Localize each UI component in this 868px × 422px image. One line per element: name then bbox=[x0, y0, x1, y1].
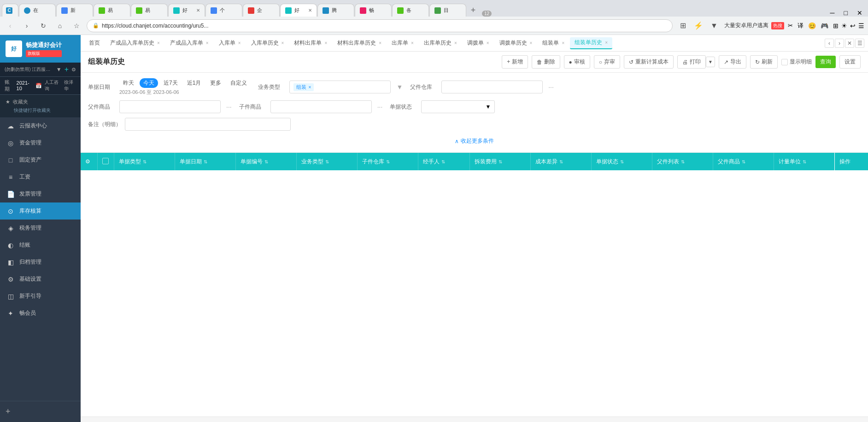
tab-material-out[interactable]: 材料出库单 × bbox=[289, 37, 332, 49]
sidebar-item-basic[interactable]: ⚙ 基础设置 bbox=[0, 271, 81, 288]
tab-close-5[interactable]: ✕ bbox=[196, 8, 200, 13]
parent-goods-more[interactable]: ··· bbox=[226, 103, 232, 110]
refresh-button[interactable]: ↻ 刷新 bbox=[750, 55, 778, 69]
horizontal-scrollbar[interactable] bbox=[81, 416, 868, 422]
tab-produce-in[interactable]: 产成品入库单 × bbox=[165, 37, 213, 49]
tab-close-material-out[interactable]: × bbox=[324, 40, 327, 46]
dropdown-icon[interactable]: ▼ bbox=[708, 19, 721, 32]
tab-t11[interactable]: 各 bbox=[392, 4, 429, 17]
column-settings-icon[interactable]: ⚙ bbox=[85, 158, 90, 165]
tab-t12[interactable]: 目 bbox=[429, 4, 466, 17]
sort-icon-cost-diff[interactable]: ⇅ bbox=[559, 159, 563, 164]
settings-btn[interactable]: 设置 bbox=[839, 55, 861, 69]
tab-t7[interactable]: 企 bbox=[243, 4, 280, 17]
undo-icon[interactable]: ↩ bbox=[850, 22, 856, 29]
add-button[interactable]: + 新增 bbox=[502, 55, 528, 69]
help-btn[interactable]: 人工咨询 bbox=[45, 79, 61, 92]
tab-home[interactable]: 首页 bbox=[84, 37, 105, 49]
tab-close-in-history[interactable]: × bbox=[282, 40, 284, 46]
th-check[interactable] bbox=[97, 153, 114, 170]
sidebar-item-fund[interactable]: ◎ 资金管理 bbox=[0, 134, 81, 151]
sidebar-item-salary[interactable]: ≡ 工资 bbox=[0, 168, 81, 185]
parent-warehouse-more[interactable]: ··· bbox=[548, 83, 554, 91]
tab-close-in-order[interactable]: × bbox=[238, 40, 241, 46]
calendar-icon[interactable]: 📅 bbox=[35, 83, 42, 89]
sidebar-item-archive[interactable]: ◧ 归档管理 bbox=[0, 254, 81, 271]
tab-logo[interactable]: C bbox=[2, 4, 18, 17]
tab-produce-in-history[interactable]: 产成品入库单历史 × bbox=[106, 37, 164, 49]
company-arrow[interactable]: ▼ bbox=[56, 66, 62, 73]
translate-icon[interactable]: 译 bbox=[798, 22, 803, 30]
order-status-dropdown[interactable]: ▼ bbox=[421, 100, 495, 113]
tab-tiao-bo[interactable]: 调拨单 × bbox=[463, 37, 494, 49]
query-button[interactable]: 查询 bbox=[815, 56, 836, 68]
sidebar-item-settle[interactable]: ◐ 结账 bbox=[0, 237, 81, 254]
sidebar-item-guide[interactable]: ◫ 新手引导 bbox=[0, 288, 81, 305]
biz-type-more[interactable]: ▼ bbox=[396, 83, 403, 91]
sort-icon-biz-type[interactable]: ⇅ bbox=[325, 159, 329, 164]
menu-icon[interactable]: ☰ bbox=[858, 22, 864, 29]
tab-close-out-history[interactable]: × bbox=[454, 40, 457, 46]
date-btn-1month[interactable]: 近1月 bbox=[183, 78, 205, 88]
forward-button[interactable]: › bbox=[20, 19, 33, 32]
sidebar-item-inventory[interactable]: ⊙ 库存核算 bbox=[0, 202, 81, 220]
tab-material-out-history[interactable]: 材料出库单历史 × bbox=[333, 37, 386, 49]
tab-close-produce-in-history[interactable]: × bbox=[157, 40, 160, 46]
tab-in-order[interactable]: 入库单 × bbox=[214, 37, 246, 49]
tab-out-order[interactable]: 出库单 × bbox=[387, 37, 418, 49]
sidebar-bottom-plus[interactable]: + bbox=[0, 401, 81, 422]
sun-icon[interactable]: ☀ bbox=[841, 22, 847, 29]
parent-goods-input[interactable] bbox=[119, 100, 221, 113]
abandon-button[interactable]: ○ 弃审 bbox=[594, 55, 620, 69]
tab-close-tiao-bo[interactable]: × bbox=[487, 40, 489, 46]
sort-icon-disassemble-cost[interactable]: ⇅ bbox=[499, 159, 502, 164]
collapse-button[interactable]: ∧ 收起更多条件 bbox=[88, 135, 861, 147]
date-btn-more[interactable]: 更多 bbox=[206, 78, 225, 88]
child-goods-input[interactable] bbox=[270, 100, 372, 113]
sidebar-item-fixed-assets[interactable]: □ 固定资产 bbox=[0, 151, 81, 168]
child-goods-more[interactable]: ··· bbox=[377, 103, 383, 110]
tab-zu-zhuang-history[interactable]: 组装单历史 × bbox=[570, 37, 612, 49]
print-dropdown[interactable]: ▼ bbox=[706, 57, 715, 67]
tab-close-tiao-bo-history[interactable]: × bbox=[530, 40, 533, 46]
tab-scroll-right[interactable]: › bbox=[835, 39, 844, 48]
user-name[interactable]: 徐泽华 bbox=[64, 79, 76, 92]
tab-tiao-bo-history[interactable]: 调拨单历史 × bbox=[495, 37, 537, 49]
tab-in-history[interactable]: 入库单历史 × bbox=[246, 37, 289, 49]
sort-icon-child-warehouse[interactable]: ⇅ bbox=[386, 159, 390, 164]
sort-icon-order-status[interactable]: ⇅ bbox=[620, 159, 624, 164]
tab-t5[interactable]: 好 ✕ bbox=[168, 4, 205, 17]
print-button[interactable]: 🖨 打印 bbox=[677, 55, 706, 69]
sidebar-item-invoice[interactable]: 📄 发票管理 bbox=[0, 185, 81, 202]
tab-t4[interactable]: 易 bbox=[131, 4, 168, 17]
audit-button[interactable]: ● 审核 bbox=[564, 55, 590, 69]
tab-t3[interactable]: 易 bbox=[94, 4, 130, 17]
parent-warehouse-input[interactable] bbox=[441, 81, 543, 93]
reload-button[interactable]: ↻ bbox=[37, 19, 50, 32]
apps-icon[interactable]: ⊞ bbox=[833, 22, 839, 29]
header-checkbox[interactable] bbox=[102, 158, 109, 164]
close-button[interactable]: ✕ bbox=[853, 9, 866, 17]
sort-icon-order-date[interactable]: ⇅ bbox=[204, 159, 207, 164]
favorites-subtitle[interactable]: 快捷键打开收藏夹 bbox=[6, 105, 75, 114]
display-detail-toggle[interactable]: 显示明细 bbox=[781, 58, 812, 66]
biz-type-input[interactable]: 组装 × bbox=[289, 81, 391, 93]
tab-zu-zhuang[interactable]: 组装单 × bbox=[538, 37, 569, 49]
bookmark-button[interactable]: ☆ bbox=[70, 19, 83, 32]
tab-close-out-order[interactable]: × bbox=[411, 40, 414, 46]
tab-menu[interactable]: ☰ bbox=[855, 39, 864, 48]
tab-t10[interactable]: 畅 bbox=[355, 4, 392, 17]
tab-t2[interactable]: 新 bbox=[56, 4, 93, 17]
scissors-icon[interactable]: ✂ bbox=[788, 22, 793, 29]
favorites-title[interactable]: ★ 收藏夹 bbox=[6, 98, 75, 105]
sort-icon-unit[interactable]: ⇅ bbox=[803, 159, 806, 164]
recalc-button[interactable]: ↺ 重新计算成本 bbox=[624, 55, 674, 69]
grid-icon[interactable]: ⊞ bbox=[676, 19, 689, 32]
sort-icon-parent-list[interactable]: ⇅ bbox=[681, 159, 685, 164]
sidebar-item-member[interactable]: ✦ 畅会员 bbox=[0, 305, 81, 322]
minimize-button[interactable]: ─ bbox=[827, 9, 839, 17]
tab-out-history[interactable]: 出库单历史 × bbox=[419, 37, 462, 49]
emoji-icon[interactable]: 😊 bbox=[808, 22, 816, 29]
sort-icon-order-no[interactable]: ⇅ bbox=[264, 159, 268, 164]
sort-icon-order-type[interactable]: ⇅ bbox=[143, 159, 147, 164]
